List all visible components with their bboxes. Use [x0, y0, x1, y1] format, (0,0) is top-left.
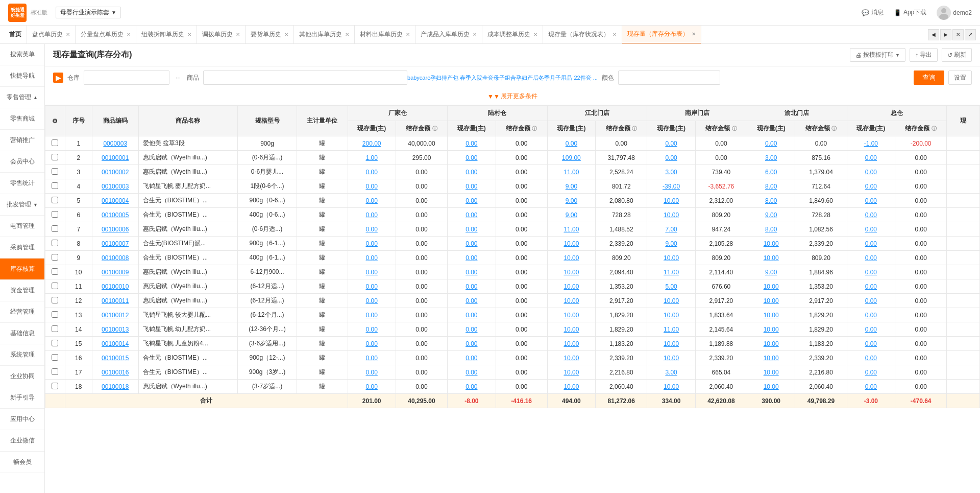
row-code[interactable]: 00100007: [92, 237, 138, 251]
row-code[interactable]: 00100005: [92, 208, 138, 222]
settings-btn[interactable]: 设置: [948, 71, 972, 85]
row-jiangbei-qty[interactable]: 10.00: [547, 351, 595, 365]
row-jiangbei-qty[interactable]: 10.00: [547, 294, 595, 308]
row-lucun-qty[interactable]: 0.00: [448, 294, 496, 308]
row-yubei-qty[interactable]: 10.00: [747, 251, 795, 265]
settings-gear-icon[interactable]: ⚙: [52, 118, 58, 125]
row-total-qty[interactable]: 0.00: [847, 380, 895, 394]
sidebar-item-enterprise-collab[interactable]: 企业协同: [0, 366, 44, 387]
row-checkbox[interactable]: [45, 194, 65, 208]
row-yubei-qty[interactable]: 8.00: [747, 194, 795, 208]
row-code[interactable]: 00100012: [92, 308, 138, 322]
row-total-qty[interactable]: 0.00: [847, 165, 895, 179]
row-yubei-qty[interactable]: 9.00: [747, 265, 795, 279]
row-checkbox[interactable]: [45, 279, 65, 294]
tab-partial-inventory-history[interactable]: 分量盘点单历史 ✕: [76, 26, 136, 44]
row-checkbox[interactable]: [45, 351, 65, 365]
sidebar-item-retail-stats[interactable]: 零售统计: [0, 173, 44, 194]
row-factory-qty[interactable]: 0.00: [348, 194, 396, 208]
row-code[interactable]: 00100009: [92, 265, 138, 279]
row-total-qty[interactable]: 0.00: [847, 351, 895, 365]
row-jiangbei-qty[interactable]: 11.00: [547, 222, 595, 237]
row-nanan-qty[interactable]: 10.00: [647, 194, 695, 208]
row-total-qty[interactable]: 0.00: [847, 208, 895, 222]
row-lucun-qty[interactable]: 0.00: [448, 208, 496, 222]
row-jiangbei-qty[interactable]: 10.00: [547, 365, 595, 380]
row-factory-qty[interactable]: 0.00: [348, 222, 396, 237]
row-code[interactable]: 00100010: [92, 279, 138, 294]
row-code[interactable]: 00100015: [92, 351, 138, 365]
row-total-qty[interactable]: 0.00: [847, 365, 895, 380]
row-checkbox[interactable]: [45, 265, 65, 279]
nav-next-btn[interactable]: ▶: [940, 29, 951, 40]
row-factory-qty[interactable]: 0.00: [348, 279, 396, 294]
row-factory-qty[interactable]: 200.00: [348, 136, 396, 151]
row-lucun-qty[interactable]: 0.00: [448, 237, 496, 251]
row-checkbox[interactable]: [45, 165, 65, 179]
row-factory-qty[interactable]: 0.00: [348, 265, 396, 279]
close-icon[interactable]: ✕: [533, 32, 537, 37]
sidebar-item-marketing[interactable]: 营销推广: [0, 130, 44, 151]
row-jiangbei-qty[interactable]: 10.00: [547, 237, 595, 251]
row-nanan-qty[interactable]: 10.00: [647, 251, 695, 265]
row-total-qty[interactable]: 0.00: [847, 308, 895, 322]
row-nanan-qty[interactable]: 5.00: [647, 279, 695, 294]
row-lucun-qty[interactable]: 0.00: [448, 308, 496, 322]
tab-home[interactable]: 首页: [4, 26, 27, 44]
sidebar-item-member[interactable]: 畅会员: [0, 452, 44, 473]
sidebar-item-basic-info[interactable]: 基础信息: [0, 323, 44, 344]
row-factory-qty[interactable]: 0.00: [348, 308, 396, 322]
row-jiangbei-qty[interactable]: 10.00: [547, 251, 595, 265]
info-icon[interactable]: ⓘ: [932, 126, 937, 131]
row-checkbox[interactable]: [45, 365, 65, 380]
row-lucun-qty[interactable]: 0.00: [448, 136, 496, 151]
row-code[interactable]: 00100002: [92, 165, 138, 179]
sidebar-item-retail-management[interactable]: 零售管理 ▲: [0, 87, 44, 108]
row-nanan-qty[interactable]: 10.00: [647, 337, 695, 351]
row-total-qty[interactable]: 0.00: [847, 222, 895, 237]
query-btn[interactable]: 查询: [914, 71, 944, 85]
row-nanan-qty[interactable]: 10.00: [647, 308, 695, 322]
row-jiangbei-qty[interactable]: 9.00: [547, 208, 595, 222]
row-nanan-qty[interactable]: 0.00: [647, 151, 695, 165]
row-code[interactable]: 00100014: [92, 337, 138, 351]
nav-close-btn[interactable]: ✕: [952, 29, 964, 40]
row-total-qty[interactable]: 0.00: [847, 251, 895, 265]
sidebar-item-finance[interactable]: 资金管理: [0, 280, 44, 301]
row-factory-qty[interactable]: 0.00: [348, 179, 396, 194]
close-icon[interactable]: ✕: [187, 32, 191, 37]
row-nanan-qty[interactable]: -39.00: [647, 179, 695, 194]
row-nanan-qty[interactable]: 7.00: [647, 222, 695, 237]
tab-inventory-distribution[interactable]: 现存量（库存分布表） ✕: [622, 26, 701, 44]
sidebar-item-wholesale-management[interactable]: 批发管理 ▼: [0, 194, 44, 216]
row-lucun-qty[interactable]: 0.00: [448, 222, 496, 237]
warehouse-dots-btn[interactable]: ···: [174, 74, 183, 81]
sidebar-item-operations[interactable]: 经营管理: [0, 301, 44, 323]
sidebar-item-member-center[interactable]: 会员中心: [0, 151, 44, 173]
row-yubei-qty[interactable]: 10.00: [747, 322, 795, 337]
row-yubei-qty[interactable]: 3.00: [747, 151, 795, 165]
toggle-filter-btn[interactable]: ▶: [53, 73, 63, 83]
row-lucun-qty[interactable]: 0.00: [448, 337, 496, 351]
row-code[interactable]: 00100003: [92, 179, 138, 194]
row-checkbox[interactable]: [45, 251, 65, 265]
row-total-qty[interactable]: 0.00: [847, 194, 895, 208]
row-lucun-qty[interactable]: 0.00: [448, 165, 496, 179]
row-checkbox[interactable]: [45, 179, 65, 194]
row-nanan-qty[interactable]: 10.00: [647, 294, 695, 308]
row-factory-qty[interactable]: 0.00: [348, 208, 396, 222]
row-factory-qty[interactable]: 0.00: [348, 322, 396, 337]
row-checkbox[interactable]: [45, 380, 65, 394]
row-lucun-qty[interactable]: 0.00: [448, 151, 496, 165]
row-lucun-qty[interactable]: 0.00: [448, 194, 496, 208]
row-yubei-qty[interactable]: 10.00: [747, 308, 795, 322]
row-yubei-qty[interactable]: 9.00: [747, 208, 795, 222]
close-icon[interactable]: ✕: [236, 32, 240, 37]
row-jiangbei-qty[interactable]: 10.00: [547, 322, 595, 337]
row-code[interactable]: 00100013: [92, 322, 138, 337]
sidebar-item-quick-nav[interactable]: 快捷导航: [0, 65, 44, 87]
row-yubei-qty[interactable]: 6.00: [747, 165, 795, 179]
row-factory-qty[interactable]: 0.00: [348, 351, 396, 365]
sidebar-item-purchase[interactable]: 采购管理: [0, 237, 44, 259]
row-code[interactable]: 00100004: [92, 194, 138, 208]
